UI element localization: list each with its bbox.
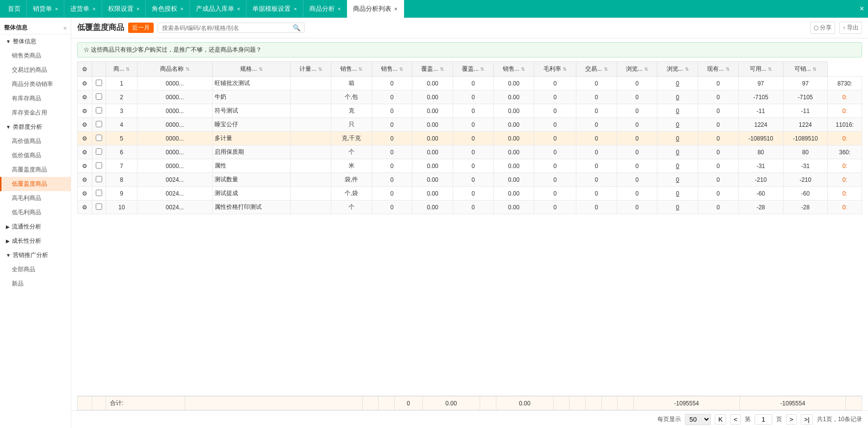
first-page-button[interactable]: K bbox=[715, 414, 726, 425]
cell-browse1[interactable]: 0 bbox=[657, 200, 698, 214]
cell-settings[interactable]: ⚙ bbox=[78, 173, 92, 187]
sidebar-item-sales-goods[interactable]: 销售类商品 bbox=[0, 49, 71, 63]
cell-browse1[interactable]: 0 bbox=[657, 187, 698, 200]
row-checkbox[interactable] bbox=[96, 93, 102, 100]
sidebar-section-growth[interactable]: ▶ 成长性分析 bbox=[0, 234, 71, 248]
sidebar-item-all-goods[interactable]: 全部商品 bbox=[0, 262, 71, 277]
col-sales-count[interactable]: 销售... ⇅ bbox=[493, 62, 534, 77]
table-wrapper[interactable]: ⚙ 商... ⇅ 商品名称 ⇅ 规格... ⇅ 计量... ⇅ 销售... ⇅ … bbox=[71, 61, 868, 396]
tab-purchase-order[interactable]: 进货单 × bbox=[64, 0, 102, 18]
tab-role-auth[interactable]: 角色授权 × bbox=[146, 0, 190, 18]
cell-browse1[interactable]: 0 bbox=[657, 159, 698, 173]
col-sellable[interactable]: 可销... ⇅ bbox=[783, 62, 828, 77]
cell-browse1[interactable]: 0 bbox=[657, 77, 698, 90]
page-number-input[interactable] bbox=[755, 414, 772, 425]
col-browse1[interactable]: 浏览... ⇅ bbox=[617, 62, 657, 77]
last-page-button[interactable]: >| bbox=[801, 414, 813, 425]
tab-sales-order[interactable]: 销货单 × bbox=[27, 0, 64, 18]
close-tab-permissions[interactable]: × bbox=[136, 6, 139, 12]
close-all-tabs[interactable]: × bbox=[860, 4, 864, 13]
row-checkbox[interactable] bbox=[96, 135, 102, 141]
row-checkbox[interactable] bbox=[96, 162, 102, 169]
col-name[interactable]: 商品名称 ⇅ bbox=[137, 62, 212, 77]
sidebar-item-category-rate[interactable]: 商品分类动销率 bbox=[0, 77, 71, 91]
cell-checkbox[interactable] bbox=[92, 200, 106, 214]
sidebar-item-low-coverage[interactable]: 低覆盖度商品 bbox=[0, 177, 71, 191]
sidebar-item-traded-goods[interactable]: 交易过的商品 bbox=[0, 63, 71, 77]
close-tab-product-analysis-list[interactable]: × bbox=[394, 6, 397, 12]
sidebar-item-in-stock[interactable]: 有库存商品 bbox=[0, 91, 71, 106]
close-tab-sales-order[interactable]: × bbox=[55, 6, 58, 12]
col-transaction[interactable]: 交易... ⇅ bbox=[576, 62, 617, 77]
sidebar-item-high-margin[interactable]: 高毛利商品 bbox=[0, 191, 71, 205]
col-browse2[interactable]: 浏览... ⇅ bbox=[657, 62, 698, 77]
sidebar-item-low-margin[interactable]: 低毛利商品 bbox=[0, 205, 71, 220]
tab-permissions[interactable]: 权限设置 × bbox=[102, 0, 146, 18]
per-page-select[interactable]: 50 20 100 200 bbox=[685, 414, 711, 425]
cell-checkbox[interactable] bbox=[92, 132, 106, 145]
cell-checkbox[interactable] bbox=[92, 145, 106, 159]
cell-settings[interactable]: ⚙ bbox=[78, 104, 92, 118]
sidebar-section-liquidity[interactable]: ▶ 流通性分析 bbox=[0, 220, 71, 234]
sidebar-section-group-analysis[interactable]: ▼ 类群度分析 bbox=[0, 120, 71, 134]
col-code[interactable]: 商... ⇅ bbox=[106, 62, 137, 77]
col-gross-margin[interactable]: 毛利率 ⇅ bbox=[534, 62, 576, 77]
cell-settings[interactable]: ⚙ bbox=[78, 118, 92, 132]
cell-settings[interactable]: ⚙ bbox=[78, 187, 92, 200]
cell-checkbox[interactable] bbox=[92, 159, 106, 173]
search-input[interactable] bbox=[162, 25, 291, 31]
sidebar-collapse-btn[interactable]: « bbox=[63, 25, 67, 31]
col-sales-qty[interactable]: 销售... ⇅ bbox=[331, 62, 372, 77]
cell-checkbox[interactable] bbox=[92, 104, 106, 118]
cell-browse1[interactable]: 0 bbox=[657, 118, 698, 132]
cell-checkbox[interactable] bbox=[92, 77, 106, 90]
row-checkbox[interactable] bbox=[96, 190, 102, 196]
col-unit[interactable]: 计量... ⇅ bbox=[291, 62, 331, 77]
cell-browse1[interactable]: 0 bbox=[657, 90, 698, 104]
sidebar-item-low-value[interactable]: 低价值商品 bbox=[0, 148, 71, 163]
tab-product-analysis-list[interactable]: 商品分析列表 × bbox=[347, 0, 404, 18]
cell-browse1[interactable]: 0 bbox=[657, 173, 698, 187]
sidebar-item-inventory-value[interactable]: 库存资金占用 bbox=[0, 106, 71, 120]
col-coverage2[interactable]: 覆盖... ⇅ bbox=[453, 62, 493, 77]
sidebar-item-new-goods[interactable]: 新品 bbox=[0, 277, 71, 291]
cell-settings[interactable]: ⚙ bbox=[78, 200, 92, 214]
close-tab-role-auth[interactable]: × bbox=[180, 6, 183, 12]
col-coverage1[interactable]: 覆盖... ⇅ bbox=[412, 62, 453, 77]
cell-checkbox[interactable] bbox=[92, 118, 106, 132]
row-checkbox[interactable] bbox=[96, 107, 102, 114]
tab-home[interactable]: 首页 bbox=[2, 0, 27, 18]
cell-browse1[interactable]: 0 bbox=[657, 104, 698, 118]
row-checkbox[interactable] bbox=[96, 80, 102, 86]
row-checkbox[interactable] bbox=[96, 203, 102, 210]
row-checkbox[interactable] bbox=[96, 121, 102, 127]
export-button[interactable]: ↑ 导出 bbox=[839, 22, 862, 34]
cell-settings[interactable]: ⚙ bbox=[78, 90, 92, 104]
cell-settings[interactable]: ⚙ bbox=[78, 159, 92, 173]
tab-product-inbound[interactable]: 产成品入库单 × bbox=[190, 0, 246, 18]
close-tab-product-analysis[interactable]: × bbox=[338, 6, 341, 12]
col-available-stock[interactable]: 可用... ⇅ bbox=[738, 62, 783, 77]
cell-settings[interactable]: ⚙ bbox=[78, 132, 92, 145]
share-button[interactable]: ⬡ 分享 bbox=[810, 22, 835, 34]
cell-browse1[interactable]: 0 bbox=[657, 132, 698, 145]
col-sales-amt[interactable]: 销售... ⇅ bbox=[372, 62, 412, 77]
cell-settings[interactable]: ⚙ bbox=[78, 145, 92, 159]
time-filter-button[interactable]: 近一月 bbox=[128, 23, 154, 33]
cell-checkbox[interactable] bbox=[92, 173, 106, 187]
sidebar-section-overall[interactable]: ▼ 整体信息 bbox=[0, 34, 71, 49]
cell-checkbox[interactable] bbox=[92, 187, 106, 200]
close-tab-doc-template[interactable]: × bbox=[294, 6, 297, 12]
sidebar-item-high-coverage[interactable]: 高覆盖度商品 bbox=[0, 163, 71, 177]
sidebar-section-marketing[interactable]: ▼ 营销推广分析 bbox=[0, 248, 71, 262]
prev-page-button[interactable]: < bbox=[730, 414, 741, 425]
cell-browse1[interactable]: 0 bbox=[657, 145, 698, 159]
tab-doc-template[interactable]: 单据模板设置 × bbox=[246, 0, 303, 18]
close-tab-product-inbound[interactable]: × bbox=[237, 6, 240, 12]
cell-checkbox[interactable] bbox=[92, 90, 106, 104]
row-checkbox[interactable] bbox=[96, 148, 102, 155]
close-tab-purchase-order[interactable]: × bbox=[92, 6, 95, 12]
next-page-button[interactable]: > bbox=[786, 414, 797, 425]
col-spec[interactable]: 规格... ⇅ bbox=[212, 62, 291, 77]
col-current-stock[interactable]: 现有... ⇅ bbox=[698, 62, 739, 77]
